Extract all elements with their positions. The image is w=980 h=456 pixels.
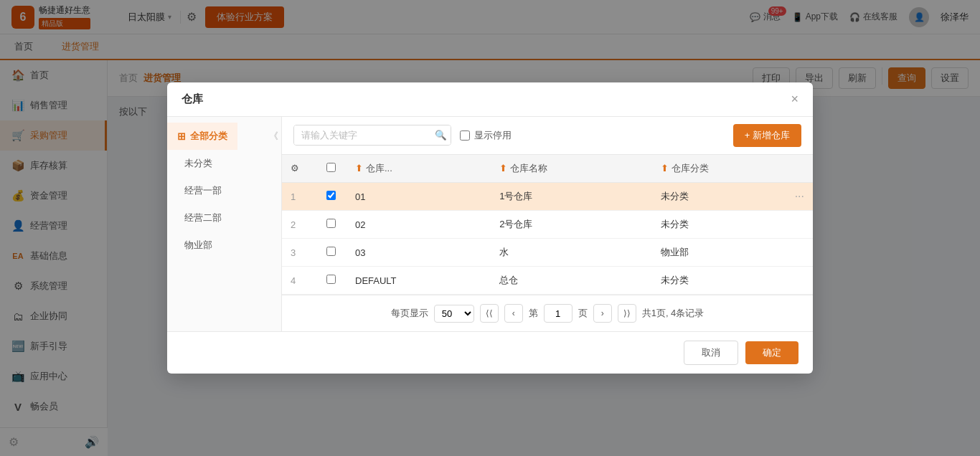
search-button[interactable]: 🔍 — [429, 125, 451, 145]
modal-sidebar-dept1[interactable]: 经营一部 — [167, 177, 281, 204]
row-name: 1号仓库 — [491, 182, 651, 211]
col-category: ⬆ 仓库分类 — [652, 155, 813, 183]
page-suffix-label: 页 — [578, 307, 588, 320]
row-num: 3 — [282, 239, 318, 267]
modal-sidebar-header-label: 全部分类 — [190, 130, 227, 143]
first-page-btn[interactable]: ⟨⟨ — [480, 304, 499, 323]
sort-icon-code: ⬆ — [355, 163, 363, 174]
row-checkbox-cell — [318, 182, 347, 211]
row-checkbox[interactable] — [326, 219, 336, 228]
search-input[interactable] — [294, 125, 429, 145]
warehouse-modal: 仓库 × ⊞ 全部分类 《 未分类 经营一部 经营二部 物业部 — [167, 82, 813, 374]
row-code: 01 — [347, 182, 491, 211]
modal-body: ⊞ 全部分类 《 未分类 经营一部 经营二部 物业部 — [167, 117, 813, 332]
modal-title: 仓库 — [182, 92, 203, 106]
table-row[interactable]: 1 01 1号仓库 未分类 ··· — [282, 182, 813, 211]
modal-footer: 取消 确定 — [167, 331, 813, 374]
confirm-button[interactable]: 确定 — [745, 341, 798, 364]
col-name: ⬆ 仓库名称 — [491, 155, 651, 183]
grid-icon: ⊞ — [177, 130, 186, 142]
row-num: 1 — [282, 182, 318, 211]
row-checkbox-cell — [318, 239, 347, 267]
row-name: 总仓 — [491, 267, 651, 295]
row-checkbox[interactable] — [326, 247, 336, 256]
cancel-button[interactable]: 取消 — [684, 341, 738, 365]
modal-sidebar-all-category[interactable]: ⊞ 全部分类 — [167, 123, 237, 150]
row-category: 物业部 — [652, 239, 813, 267]
row-category: 未分类 — [652, 211, 813, 239]
row-category: 未分类 ··· — [652, 183, 813, 211]
prev-page-btn[interactable]: ‹ — [504, 304, 523, 323]
row-checkbox-cell — [318, 211, 347, 239]
pagination: 每页显示 50 100 ⟨⟨ ‹ 第 页 › ⟩⟩ 共1页, 4条记录 — [282, 295, 813, 331]
search-icon: 🔍 — [435, 130, 447, 141]
next-page-btn[interactable]: › — [593, 304, 612, 323]
warehouse-table: ⚙ ⬆ 仓库... — [282, 155, 813, 295]
modal-overlay: 仓库 × ⊞ 全部分类 《 未分类 经营一部 经营二部 物业部 — [0, 0, 980, 456]
page-size-select[interactable]: 50 100 — [434, 305, 474, 323]
modal-sidebar-collapse-btn[interactable]: 《 — [266, 127, 281, 146]
row-num: 4 — [282, 267, 318, 295]
row-checkbox[interactable] — [326, 275, 336, 284]
sort-icon-name: ⬆ — [499, 163, 507, 174]
collapse-icon: 《 — [269, 130, 278, 143]
row-name: 水 — [491, 239, 651, 267]
modal-sidebar-dept2[interactable]: 经营二部 — [167, 204, 281, 232]
modal-sidebar: ⊞ 全部分类 《 未分类 经营一部 经营二部 物业部 — [167, 117, 282, 332]
modal-sidebar-property[interactable]: 物业部 — [167, 232, 281, 259]
modal-header: 仓库 × — [167, 82, 813, 117]
modal-toolbar: 🔍 显示停用 + 新增仓库 — [282, 117, 813, 155]
col-gear: ⚙ — [282, 155, 318, 183]
table-row[interactable]: 4 DEFAULT 总仓 未分类 — [282, 267, 813, 295]
row-code: 02 — [347, 211, 491, 239]
col-code: ⬆ 仓库... — [347, 155, 491, 183]
modal-sidebar-uncategorized[interactable]: 未分类 — [167, 150, 281, 177]
table-row[interactable]: 3 03 水 物业部 — [282, 239, 813, 267]
row-checkbox-cell — [318, 267, 347, 295]
add-warehouse-button[interactable]: + 新增仓库 — [733, 124, 801, 147]
sort-icon-category: ⬆ — [661, 163, 669, 174]
row-more-icon[interactable]: ··· — [795, 190, 804, 203]
page-prefix-label: 第 — [529, 307, 538, 320]
row-category: 未分类 — [652, 267, 813, 295]
gear-header-icon[interactable]: ⚙ — [291, 163, 299, 174]
modal-close-button[interactable]: × — [791, 92, 798, 105]
row-num: 2 — [282, 211, 318, 239]
show-disabled-checkbox[interactable] — [460, 130, 470, 141]
page-size-label: 每页显示 — [391, 307, 428, 320]
row-code: 03 — [347, 239, 491, 267]
table-header-row: ⚙ ⬆ 仓库... — [282, 155, 813, 183]
search-box: 🔍 — [293, 125, 451, 146]
show-disabled-text: 显示停用 — [474, 129, 512, 142]
table-row[interactable]: 2 02 2号仓库 未分类 — [282, 211, 813, 239]
col-checkbox — [318, 155, 347, 183]
row-name: 2号仓库 — [491, 211, 651, 239]
show-disabled-label: 显示停用 — [460, 129, 512, 142]
page-number-input[interactable] — [544, 304, 573, 323]
row-code: DEFAULT — [347, 267, 491, 295]
select-all-checkbox[interactable] — [326, 163, 336, 172]
last-page-btn[interactable]: ⟩⟩ — [618, 304, 636, 323]
total-info: 共1页, 4条记录 — [642, 307, 705, 320]
row-checkbox[interactable] — [326, 191, 336, 200]
modal-main: 🔍 显示停用 + 新增仓库 ⚙ — [282, 117, 813, 332]
